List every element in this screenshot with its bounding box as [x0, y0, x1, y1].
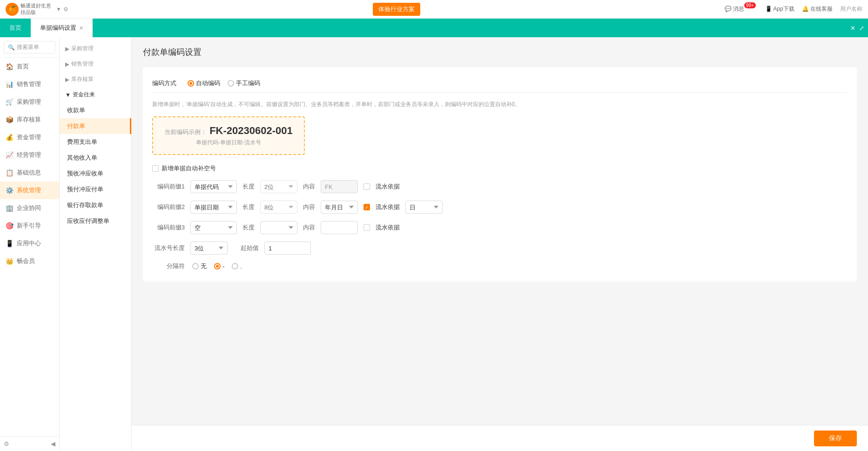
prefix3-content-label: 内容 — [303, 223, 315, 232]
logo-text: 畅通道好生意 挂品版 — [20, 3, 51, 15]
separator-label: 分隔符 — [152, 262, 185, 270]
encoding-radio-group: 自动编码 手工编码 — [188, 79, 260, 88]
preview-box: 当前编码示例： FK-20230602-001 单据代码-单据日期-流水号 — [152, 116, 305, 155]
prefix1-select[interactable]: 单据代码 — [190, 180, 237, 193]
sidebar-advance-receivable[interactable]: 预收冲应收单 — [60, 166, 131, 182]
chevron-right-icon: ▶ — [65, 46, 69, 52]
sales-icon: 📊 — [6, 81, 13, 88]
prefix1-length-label: 长度 — [242, 182, 255, 191]
sep-dot-radio[interactable] — [232, 263, 238, 269]
message-badge: 99+ — [744, 2, 756, 8]
separator-row: 分隔符 无 - . — [152, 262, 848, 270]
sidebar-item-operations[interactable]: 📈 经营管理 — [0, 146, 59, 164]
sidebar-ap-adjustment[interactable]: 应收应付调整单 — [60, 213, 131, 229]
settings-icon[interactable]: ⚙ — [63, 6, 68, 13]
auto-encode-radio[interactable] — [188, 80, 194, 87]
prefix2-label: 编码前缀2 — [152, 203, 185, 211]
tab-home[interactable]: 首页 — [0, 19, 31, 37]
sidebar-item-app-center[interactable]: 📱 应用中心 — [0, 235, 59, 252]
sidebar-expense[interactable]: 费用支出单 — [60, 134, 131, 150]
sidebar-advance-payable[interactable]: 预付冲应付单 — [60, 182, 131, 197]
online-service-link[interactable]: 🔔 在线客服 — [802, 5, 833, 13]
prefix3-serial-label: 流水依据 — [376, 223, 400, 232]
sidebar-item-guide[interactable]: 🎯 新手引导 — [0, 217, 59, 235]
app-center-icon: 📱 — [6, 240, 13, 247]
experience-btn[interactable]: 体验行业方案 — [373, 3, 420, 16]
home-icon: 🏠 — [6, 63, 13, 70]
sep-dash-option[interactable]: - — [214, 263, 224, 270]
group-capital[interactable]: ▼ 资金往来 — [60, 87, 131, 102]
sep-dash-radio[interactable] — [214, 263, 221, 269]
sidebar-item-finance[interactable]: 💰 资金管理 — [0, 128, 59, 146]
serial-length-select[interactable]: 3位 — [190, 242, 228, 255]
minimize-icon[interactable]: ✕ — [850, 25, 855, 32]
settings-panel: 编码方式 自动编码 手工编码 新增单据时，'单据编码'自动生成，不可编辑。前缀设… — [143, 67, 857, 282]
finance-icon: 💰 — [6, 134, 13, 141]
search-menu-btn[interactable]: 🔍 搜索菜单 — [4, 41, 55, 54]
top-bar-right: 💬 消息 99+ 📱 App下载 🔔 在线客服 用户名称 — [725, 5, 862, 13]
save-button[interactable]: 保存 — [814, 431, 857, 446]
enterprise-icon: 🏢 — [6, 204, 13, 212]
sep-dot-option[interactable]: . — [232, 263, 242, 270]
auto-encode-option[interactable]: 自动编码 — [188, 79, 220, 88]
prefix1-content-label: 内容 — [303, 182, 315, 191]
app-download-link[interactable]: 📱 App下载 — [765, 5, 794, 13]
prefix2-length-select[interactable]: 8位 — [260, 201, 297, 214]
sidebar-settings-icon[interactable]: ⚙ — [4, 440, 9, 447]
prefix1-serial-checkbox[interactable] — [363, 183, 370, 190]
app-logo: 🍊 畅通道好生意 挂品版 — [6, 2, 52, 17]
group-sales[interactable]: ▶ 销售管理 — [60, 56, 131, 72]
prefix3-select[interactable]: 空 — [190, 221, 237, 234]
preview-desc: 单据代码-单据日期-流水号 — [164, 139, 293, 147]
sidebar-item-system[interactable]: ⚙️ 系统管理 — [0, 182, 59, 199]
prefix1-content-input[interactable] — [321, 180, 358, 193]
user-name[interactable]: 用户名称 — [840, 5, 862, 13]
sidebar: 🔍 搜索菜单 🏠 首页 📊 销售管理 🛒 采购管理 📦 库存核算 💰 — [0, 37, 60, 451]
member-icon: 👑 — [6, 257, 13, 265]
manual-encode-option[interactable]: 手工编码 — [228, 79, 260, 88]
prefix2-period-select[interactable]: 日 — [405, 201, 443, 214]
encoding-method-row: 编码方式 自动编码 手工编码 — [152, 74, 848, 93]
sidebar-receipt[interactable]: 收款单 — [60, 102, 131, 118]
sidebar-item-member[interactable]: 👑 畅会员 — [0, 252, 59, 270]
auto-fill-checkbox[interactable] — [152, 165, 159, 172]
tab-encoding[interactable]: 单据编码设置 ✕ — [31, 19, 93, 37]
message-link[interactable]: 💬 消息 99+ — [725, 5, 758, 13]
sidebar-item-home[interactable]: 🏠 首页 — [0, 58, 59, 75]
sidebar-item-sales[interactable]: 📊 销售管理 — [0, 75, 59, 93]
manual-encode-radio[interactable] — [228, 80, 234, 87]
sidebar-item-purchase[interactable]: 🛒 采购管理 — [0, 93, 59, 111]
start-value-input[interactable] — [264, 242, 311, 255]
sidebar-items: 🏠 首页 📊 销售管理 🛒 采购管理 📦 库存核算 💰 资金管理 📈 经 — [0, 58, 59, 436]
sidebar-item-basic-info[interactable]: 📋 基础信息 — [0, 164, 59, 182]
sep-none-option[interactable]: 无 — [192, 262, 207, 270]
prefix1-length-select[interactable]: 2位 — [260, 180, 297, 193]
sidebar-collapse-icon[interactable]: ◀ — [51, 440, 55, 447]
prefix3-serial-checkbox[interactable] — [363, 224, 370, 231]
tab-close-icon[interactable]: ✕ — [79, 25, 83, 31]
sidebar-payment[interactable]: 付款单 — [60, 118, 131, 134]
top-bar-center: 体验行业方案 — [373, 3, 420, 16]
encoding-method-label: 编码方式 — [152, 79, 176, 88]
sep-none-radio[interactable] — [192, 263, 199, 269]
sidebar-other-income[interactable]: 其他收入单 — [60, 150, 131, 166]
main-layout: 🔍 搜索菜单 🏠 首页 📊 销售管理 🛒 采购管理 📦 库存核算 💰 — [0, 37, 868, 451]
sidebar-item-inventory[interactable]: 📦 库存核算 — [0, 111, 59, 128]
prefix2-content-select[interactable]: 年月日 — [321, 201, 358, 214]
prefix3-content-input[interactable] — [321, 221, 358, 234]
prefix3-length-select[interactable] — [260, 221, 297, 234]
sidebar-item-enterprise[interactable]: 🏢 企业协同 — [0, 199, 59, 217]
auto-fill-row: 新增单据自动补空号 — [152, 164, 848, 173]
maximize-icon[interactable]: ⤢ — [859, 25, 864, 32]
prefix2-row: 编码前缀2 单据日期 长度 8位 内容 年月日 ✓ 流水依据 日 — [152, 201, 848, 214]
sidebar-bank-deposit[interactable]: 银行存取款单 — [60, 197, 131, 213]
prefix2-select[interactable]: 单据日期 — [190, 201, 237, 214]
prefix2-serial-checkbox[interactable]: ✓ — [363, 204, 370, 210]
preview-code: 当前编码示例： FK-20230602-001 — [164, 125, 293, 137]
page-title: 付款单编码设置 — [143, 47, 857, 58]
group-purchase[interactable]: ▶ 采购管理 — [60, 41, 131, 56]
system-icon: ⚙️ — [6, 187, 13, 194]
search-icon: 🔍 — [8, 44, 15, 51]
group-inventory[interactable]: ▶ 库存核算 — [60, 72, 131, 87]
content-footer: 保存 — [132, 425, 868, 451]
